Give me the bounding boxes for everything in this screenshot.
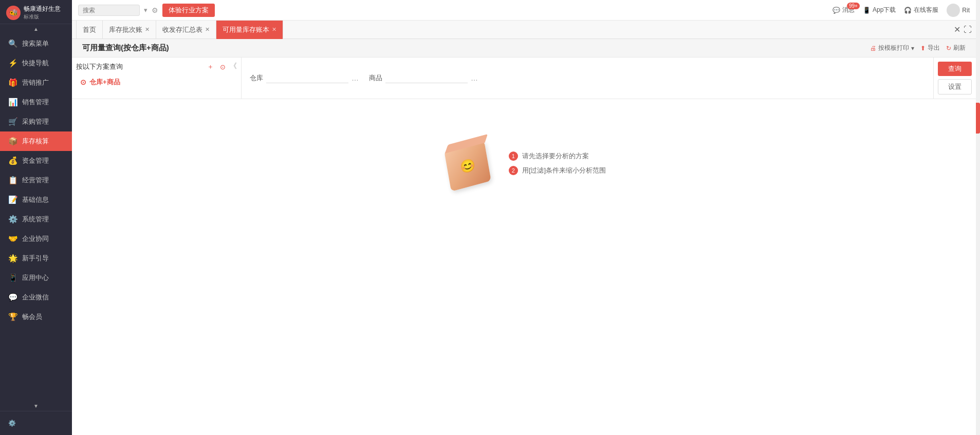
expand-tab-button[interactable]: ⛶	[964, 25, 972, 34]
search-icon: 🔍	[8, 39, 18, 48]
chevron-down-icon[interactable]: ▾	[144, 6, 147, 14]
warehouse-more-icon[interactable]: …	[352, 74, 359, 82]
sidebar-item-app-center[interactable]: 📱 应用中心	[0, 268, 72, 288]
refresh-label: 刷新	[953, 44, 966, 52]
sales-icon: 📊	[8, 98, 18, 107]
settings-icon[interactable]: ⚙	[152, 6, 158, 14]
sidebar-item-label: 畅会员	[22, 312, 42, 321]
filters-panel: 仓库 … 商品 …	[242, 58, 933, 99]
sidebar-scroll-down[interactable]: ▼	[0, 401, 72, 411]
collapse-scheme-icon[interactable]: 《	[230, 62, 237, 72]
add-scheme-button[interactable]: ＋	[205, 62, 215, 72]
scheme-item-warehouse-goods[interactable]: ⊙ 仓库+商品	[76, 75, 237, 89]
hint-num-2: 2	[509, 166, 518, 175]
filter-goods-input[interactable]	[385, 73, 468, 83]
sidebar-nav: 🔍 搜索菜单 ⚡ 快捷导航 🎁 营销推广 📊 销售管理 🛒 采购管理 📦 库存核…	[0, 34, 72, 401]
scheme-item-label: 仓库+商品	[89, 78, 120, 87]
sidebar-item-operations[interactable]: 📋 经营管理	[0, 171, 72, 190]
sidebar-bottom: ⚙️	[0, 411, 72, 435]
sidebar-item-system[interactable]: ⚙️ 系统管理	[0, 210, 72, 229]
message-icon: 💬	[833, 7, 840, 14]
export-action[interactable]: ⬆ 导出	[920, 44, 940, 52]
wechat-icon: 💬	[8, 293, 18, 302]
close-tab-batch-ledger[interactable]: ✕	[145, 26, 150, 33]
basic-info-icon: 📝	[8, 195, 18, 204]
empty-illustration	[442, 140, 493, 192]
scheme-item-icon: ⊙	[80, 78, 86, 86]
sidebar-item-label: 快捷导航	[22, 59, 49, 68]
sidebar-item-wechat[interactable]: 💬 企业微信	[0, 288, 72, 307]
enterprise-icon: 🤝	[8, 234, 18, 243]
tab-available-ledger[interactable]: 可用量库存账本 ✕	[216, 21, 283, 39]
print-icon: 🖨	[870, 45, 876, 52]
hint-item-1: 1 请先选择要分析的方案	[509, 152, 606, 161]
user-profile-button[interactable]: Rit	[947, 4, 970, 17]
sidebar-item-enterprise[interactable]: 🤝 企业协同	[0, 229, 72, 249]
tab-receivable-summary[interactable]: 收发存汇总表 ✕	[156, 21, 216, 39]
filter-warehouse-input[interactable]	[266, 73, 348, 83]
refresh-action[interactable]: ↻ 刷新	[946, 44, 966, 52]
sidebar-item-basic-info[interactable]: 📝 基础信息	[0, 190, 72, 210]
tab-home[interactable]: 首页	[76, 21, 103, 39]
print-label: 按模板打印	[878, 44, 909, 52]
sidebar-item-newbie[interactable]: 🌟 新手引导	[0, 249, 72, 268]
member-icon: 🏆	[8, 312, 18, 321]
page-title-bar: 可用量查询(按仓库+商品) 🖨 按模板打印 ▾ ⬆ 导出 ↻ 刷新	[72, 39, 976, 58]
query-button[interactable]: 查询	[938, 62, 972, 76]
sidebar-settings[interactable]: ⚙️	[0, 415, 72, 431]
tab-batch-ledger[interactable]: 库存批次账 ✕	[103, 21, 156, 39]
scheme-settings-button[interactable]: ⊙	[217, 62, 228, 72]
sidebar-item-marketing[interactable]: 🎁 营销推广	[0, 73, 72, 92]
sidebar-scroll-up[interactable]: ▲	[0, 24, 72, 34]
sidebar-item-member[interactable]: 🏆 畅会员	[0, 307, 72, 327]
service-label: 在线客服	[914, 6, 938, 14]
sidebar-item-search[interactable]: 🔍 搜索菜单	[0, 34, 72, 53]
close-tab-button[interactable]: ✕	[954, 25, 960, 34]
sidebar-item-label: 基础信息	[22, 195, 49, 204]
right-scrollbar[interactable]	[976, 0, 980, 435]
sidebar-item-inventory[interactable]: 📦 库存核算	[0, 131, 72, 151]
sidebar-item-finance[interactable]: 💰 资金管理	[0, 151, 72, 171]
hint-item-2: 2 用[过滤]条件来缩小分析范围	[509, 166, 606, 175]
filter-goods: 商品 …	[369, 73, 478, 83]
filter-goods-label: 商品	[369, 73, 382, 83]
sidebar-item-label: 销售管理	[22, 98, 49, 107]
app-logo: 🐝 畅康通好生意 标准版	[0, 0, 72, 24]
close-tab-receivable-summary[interactable]: ✕	[205, 26, 210, 33]
tabs-bar: 首页 库存批次账 ✕ 收发存汇总表 ✕ 可用量库存账本 ✕ ✕ ⛶	[72, 21, 976, 39]
print-chevron-icon: ▾	[911, 45, 914, 52]
hint-text-1: 请先选择要分析的方案	[522, 152, 589, 161]
close-tab-available-ledger[interactable]: ✕	[272, 26, 276, 33]
sidebar-item-sales[interactable]: 📊 销售管理	[0, 92, 72, 112]
print-action[interactable]: 🖨 按模板打印 ▾	[870, 44, 914, 52]
online-service-button[interactable]: 🎧 在线客服	[904, 6, 938, 14]
search-input[interactable]	[78, 5, 140, 16]
sidebar-item-label: 系统管理	[22, 215, 49, 224]
logo-sub: 标准版	[24, 13, 61, 21]
export-icon: ⬆	[920, 45, 926, 52]
marketing-icon: 🎁	[8, 78, 18, 87]
page-actions: 🖨 按模板打印 ▾ ⬆ 导出 ↻ 刷新	[870, 44, 966, 52]
app-download-label: App下载	[873, 6, 896, 14]
sidebar-item-label: 资金管理	[22, 156, 49, 165]
tab-home-label: 首页	[83, 25, 96, 34]
sidebar: 🐝 畅康通好生意 标准版 ▲ 🔍 搜索菜单 ⚡ 快捷导航 🎁 营销推广 📊 销售…	[0, 0, 72, 435]
sidebar-item-quick-nav[interactable]: ⚡ 快捷导航	[0, 53, 72, 73]
purchase-icon: 🛒	[8, 117, 18, 126]
sidebar-item-label: 新手引导	[22, 254, 49, 263]
filter-warehouse-label: 仓库	[250, 73, 263, 83]
tab-actions: ✕ ⛶	[954, 25, 972, 34]
settings-button[interactable]: 设置	[938, 79, 972, 94]
app-center-icon: 📱	[8, 273, 18, 282]
inventory-icon: 📦	[8, 137, 18, 146]
scrollbar-thumb	[976, 103, 980, 134]
message-button[interactable]: 💬 消息 99+	[833, 6, 855, 14]
sidebar-item-purchase[interactable]: 🛒 采购管理	[0, 112, 72, 131]
logo-name: 畅康通好生意	[24, 5, 61, 13]
page-title: 可用量查询(按仓库+商品)	[82, 43, 169, 53]
action-buttons: 查询 设置	[933, 58, 976, 99]
goods-more-icon[interactable]: …	[471, 74, 478, 82]
industry-solution-button[interactable]: 体验行业方案	[162, 4, 215, 17]
app-download-button[interactable]: 📱 App下载	[863, 6, 896, 14]
sidebar-item-label: 企业协同	[22, 234, 49, 243]
